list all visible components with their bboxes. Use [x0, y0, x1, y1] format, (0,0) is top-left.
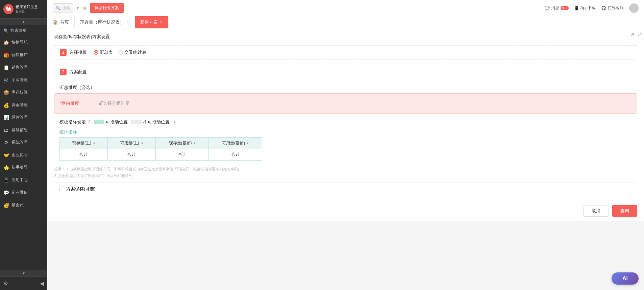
app-download-btn[interactable]: 📱 App下载: [574, 5, 596, 11]
stats-title: 统计指标: [59, 129, 637, 135]
sidebar-item-member[interactable]: 👑 畅会员: [0, 199, 47, 211]
message-icon: 💬: [545, 6, 550, 10]
sidebar-item-label: 库存核算: [11, 90, 28, 95]
dimension-arrow: ——: [84, 101, 93, 106]
finance-icon: 💰: [3, 102, 9, 108]
radio-summary[interactable]: 汇总表: [94, 49, 113, 55]
ai-float-button[interactable]: Ai: [612, 272, 639, 285]
fixed-label: 不可拖动位置: [143, 119, 170, 125]
sidebar-item-sales[interactable]: 📋 销售管理: [0, 61, 47, 74]
radio-summary-dot: [94, 50, 98, 55]
online-service-btn[interactable]: 🎧 在线客服: [601, 5, 624, 11]
indicator-row: 模板指标设定（ 可拖动位置 不可拖动位置 ）: [59, 119, 637, 125]
topbar: 🔍 搜索 ▾ ⚙ 体验行业方案 💬 消息 99+ 📱 App下载 🎧 在线客服: [47, 0, 644, 16]
main-area: 🔍 搜索 ▾ ⚙ 体验行业方案 💬 消息 99+ 📱 App下载 🎧 在线客服: [47, 0, 644, 290]
settings-icon[interactable]: ⚙: [3, 280, 8, 287]
radio-cross[interactable]: 交叉统计表: [118, 49, 146, 55]
col3-chevron[interactable]: ▾: [194, 141, 196, 145]
step2-row: 2 方案配置: [54, 65, 637, 79]
fixed-chip: 不可拖动位置: [131, 119, 170, 125]
col2-chevron[interactable]: ▾: [141, 141, 143, 145]
topbar-search-text: 搜索: [62, 5, 70, 11]
sidebar-item-newbie[interactable]: 🌟 新手引导: [0, 161, 47, 174]
sidebar-item-inventory[interactable]: 📦 库存核算: [0, 86, 47, 99]
sidebar-scroll-down[interactable]: ▼: [0, 270, 47, 276]
movable-indicator: [94, 120, 104, 124]
sidebar-item-purchase[interactable]: 🛒 采购管理: [0, 74, 47, 86]
tip-1: 提示： 1.拖动标题栏可以调整布局，不可跨维度或指标区域拖动栏目字段(只能在同一…: [54, 166, 637, 173]
tab-home-label: 首页: [60, 19, 69, 25]
logo-icon: 畅: [3, 4, 14, 14]
tab-inventory-status[interactable]: 现存量（库存状况表） ✕: [75, 16, 135, 28]
radio-cross-dot: [118, 50, 123, 55]
sidebar-item-finance[interactable]: 💰 资金管理: [0, 99, 47, 111]
topbar-right: 💬 消息 99+ 📱 App下载 🎧 在线客服: [545, 3, 639, 13]
save-checkbox[interactable]: [59, 187, 64, 191]
sidebar-item-label: 应用中心: [11, 177, 28, 183]
topbar-search-icon: 🔍: [56, 6, 61, 10]
sidebar: 畅 畅康通好生意 标准版 ▲ 🔍 搜索菜单 🏠 快捷导航 🎁 营销推广 📋 销售…: [0, 0, 47, 290]
indicator-prefix: 模板指标设定（: [59, 119, 90, 125]
operations-icon: 📊: [3, 115, 9, 120]
radio-cross-label: 交叉统计表: [124, 49, 146, 55]
cancel-button[interactable]: 取消: [583, 205, 609, 217]
app-download-icon: 📱: [574, 6, 579, 10]
sidebar-item-label: 新手引导: [11, 165, 28, 170]
panel-title: 现存量(库存状况表)方案设置: [54, 34, 637, 40]
message-btn[interactable]: 💬 消息 99+: [545, 5, 568, 11]
topbar-gear-icon[interactable]: ⚙: [82, 5, 86, 11]
indicator-suffix: ）: [173, 119, 177, 125]
panel-close-btn[interactable]: ✕: [630, 31, 635, 38]
col1-chevron[interactable]: ▾: [93, 141, 95, 145]
tab-new-plan-label: 新建方案: [140, 19, 158, 25]
dimension-placeholder[interactable]: 请选择分组维度: [99, 100, 129, 106]
sidebar-item-label: 经营管理: [11, 115, 28, 120]
tab-new-plan[interactable]: 新建方案 ✕: [135, 16, 169, 28]
sidebar-item-operations[interactable]: 📊 经营管理: [0, 111, 47, 124]
basic-info-icon: 🗂: [3, 127, 9, 133]
topbar-search[interactable]: 🔍 搜索: [53, 3, 73, 13]
sidebar-item-label: 企业微信: [11, 190, 28, 195]
sidebar-item-quick-nav[interactable]: 🏠 快捷导航: [0, 36, 47, 49]
industry-btn[interactable]: 体验行业方案: [90, 3, 124, 13]
step2-label: 方案配置: [69, 69, 87, 75]
sidebar-item-app-center[interactable]: 📱 应用中心: [0, 174, 47, 186]
sidebar-item-enterprise[interactable]: 🤝 企业协同: [0, 149, 47, 161]
sidebar-scroll-up[interactable]: ▲: [0, 19, 47, 25]
user-avatar[interactable]: [629, 3, 639, 13]
stats-data-row: 合计 合计 合计 合计: [60, 149, 262, 161]
cell-1: 合计: [60, 149, 108, 161]
panel-expand-btn[interactable]: ⤢: [637, 31, 641, 38]
sidebar-search-label: 搜索菜单: [10, 28, 27, 33]
movable-label: 可拖动位置: [106, 119, 128, 125]
sidebar-item-system[interactable]: ⚙ 系统管理: [0, 136, 47, 149]
query-button[interactable]: 查询: [612, 205, 637, 217]
home-icon: 🏠: [53, 20, 58, 25]
col1-label: 现存量(主): [72, 140, 91, 146]
panel-controls: ✕ ⤢: [630, 31, 641, 38]
fixed-indicator: [131, 120, 142, 124]
topbar-left: 🔍 搜索 ▾ ⚙ 体验行业方案: [53, 3, 124, 13]
app-name: 畅康通好生意: [16, 4, 38, 9]
tab-inventory-close[interactable]: ✕: [126, 20, 129, 24]
topbar-dropdown-icon[interactable]: ▾: [77, 6, 79, 10]
message-label: 消息: [551, 5, 559, 11]
radio-summary-label: 汇总表: [100, 49, 113, 55]
sidebar-search[interactable]: 🔍 搜索菜单: [0, 25, 47, 36]
col-header-4: 可用量(基辅) ▾: [209, 138, 262, 149]
tab-home[interactable]: 🏠 首页: [47, 16, 75, 28]
col4-chevron[interactable]: ▾: [247, 141, 249, 145]
tip-2: 2. 点击标题栏下拉可设置排序、插入列和删除列: [54, 173, 637, 179]
sidebar-item-label: 畅会员: [11, 202, 24, 208]
plan-panel: ✕ ⤢ 现存量(库存状况表)方案设置 1 选择模板 汇总表 交叉统计表: [47, 28, 644, 201]
sidebar-item-wechat[interactable]: 💬 企业微信: [0, 186, 47, 199]
collapse-icon[interactable]: ◀: [40, 280, 44, 287]
stats-section: 统计指标 现存量(主) ▾: [59, 129, 637, 161]
col2-label: 可用量(主): [120, 140, 139, 146]
movable-chip: 可拖动位置: [94, 119, 128, 125]
sidebar-item-marketing[interactable]: 🎁 营销推广: [0, 49, 47, 61]
tab-new-plan-close[interactable]: ✕: [160, 20, 163, 24]
sidebar-item-basic-info[interactable]: 🗂 基础信息: [0, 124, 47, 136]
save-row: 方案保存(可选): [54, 182, 637, 195]
tips-section: 提示： 1.拖动标题栏可以调整布局，不可跨维度或指标区域拖动栏目字段(只能在同一…: [54, 166, 637, 179]
